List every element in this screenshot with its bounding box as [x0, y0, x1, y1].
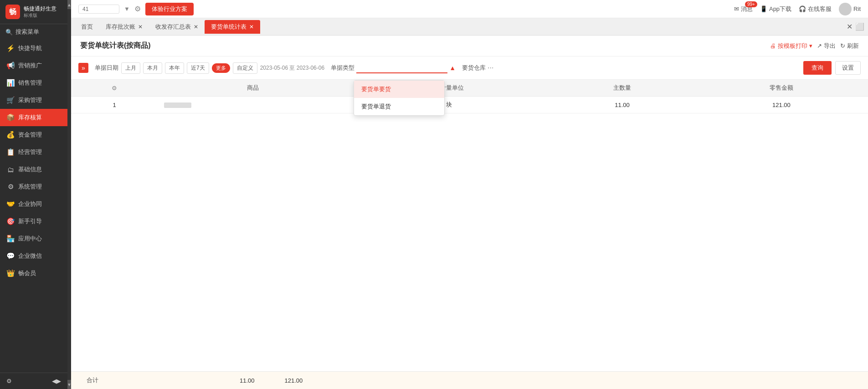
sidebar-item-guide[interactable]: 🎯 新手引导: [0, 213, 67, 230]
search-label: 搜索菜单: [15, 28, 39, 36]
inventory-icon: 📦: [6, 113, 15, 122]
industry-btn[interactable]: 体验行业方案: [145, 3, 194, 15]
sidebar-item-finance[interactable]: 💰 资金管理: [0, 126, 67, 143]
tab-bar: 首页 库存批次账 ✕ 收发存汇总表 ✕ 要货单统计表 ✕ ✕ ⬜: [71, 18, 868, 36]
filter-settings-btn[interactable]: 设置: [835, 61, 861, 75]
date-btn-this-month[interactable]: 本月: [143, 62, 162, 74]
sidebar-item-enterprise[interactable]: 🤝 企业协同: [0, 195, 67, 213]
footer-label: 合计: [77, 376, 98, 384]
sidebar-scrollbar: ▲ ▼: [67, 0, 71, 389]
sidebar-item-sales[interactable]: 📊 销售管理: [0, 74, 67, 92]
basic-icon: 🗂: [6, 165, 15, 174]
page-header: 要货单统计表(按商品) 🖨 按模板打印 ▾ ↗ 导出 ↻ 刷新: [71, 36, 868, 56]
date-range-display: 2023-05-06 至 2023-06-06: [260, 64, 324, 72]
col-product: 商品: [158, 80, 348, 97]
service-label: 在线客服: [808, 5, 832, 13]
type-filter-label: 单据类型: [331, 64, 354, 72]
user-avatar[interactable]: Rit: [839, 3, 861, 15]
date-btn-this-year[interactable]: 本年: [165, 62, 184, 74]
date-btn-7days[interactable]: 近7天: [187, 62, 209, 74]
sidebar-item-inventory[interactable]: 📦 库存核算: [0, 109, 67, 126]
tab-batch-account[interactable]: 库存批次账 ✕: [99, 20, 149, 34]
type-filter-input[interactable]: [356, 63, 447, 73]
expand-btn[interactable]: »: [78, 63, 88, 73]
sidebar-item-operation[interactable]: 📋 经营管理: [0, 143, 67, 161]
system-icon: ⚙: [6, 183, 15, 191]
scroll-down-btn[interactable]: ▼: [67, 380, 71, 389]
sidebar-item-label: 系统管理: [18, 183, 42, 191]
page-header-actions: 🖨 按模板打印 ▾ ↗ 导出 ↻ 刷新: [770, 42, 859, 56]
sidebar-item-basic[interactable]: 🗂 基础信息: [0, 161, 67, 178]
refresh-btn[interactable]: ↻ 刷新: [840, 42, 859, 50]
col-settings-icon: ⚙: [112, 85, 117, 92]
row-qty: 11.00: [550, 97, 694, 113]
finance-icon: 💰: [6, 131, 15, 139]
tab-maximize-btn[interactable]: ⬜: [855, 22, 864, 31]
guide-icon: 🎯: [6, 217, 15, 225]
sidebar-item-label: 畅会员: [18, 269, 36, 277]
settings-icon[interactable]: ⚙: [134, 5, 141, 13]
tab-order-close[interactable]: ✕: [249, 24, 254, 30]
sidebar-item-appstore[interactable]: 🏪 应用中心: [0, 230, 67, 247]
warehouse-more-btn[interactable]: ···: [488, 64, 493, 72]
export-btn[interactable]: ↗ 导出: [817, 42, 836, 50]
sidebar-item-label: 基础信息: [18, 165, 42, 174]
col-settings[interactable]: ⚙: [71, 80, 158, 97]
scroll-up-btn[interactable]: ▲: [67, 0, 71, 9]
sidebar-item-marketing[interactable]: 📢 营销推广: [0, 57, 67, 74]
type-filter-arrow[interactable]: ▲: [449, 64, 456, 72]
template-print-btn[interactable]: 🖨 按模板打印 ▾: [770, 42, 812, 50]
sidebar-collapse-btn[interactable]: ◀▶: [52, 378, 61, 384]
query-btn[interactable]: 查询: [803, 61, 832, 75]
sidebar-item-member[interactable]: 👑 畅会员: [0, 265, 67, 282]
row-product: [158, 97, 348, 113]
sidebar-item-system[interactable]: ⚙ 系统管理: [0, 178, 67, 195]
sidebar-search[interactable]: 🔍 搜索菜单: [0, 24, 67, 40]
logo-sub: 标准版: [24, 12, 56, 19]
sidebar-item-label: 应用中心: [18, 235, 42, 243]
filter-bar: » 单据日期 上月 本月 本年 近7天 更多 自定义 2023-05-06 至 …: [71, 56, 868, 80]
dropdown-item-order-goods[interactable]: 要货单要货: [354, 81, 444, 98]
logo-icon: 畅: [5, 5, 20, 19]
tab-order-label: 要货单统计表: [211, 23, 247, 31]
sidebar-bottom: ⚙ ◀▶: [0, 373, 67, 389]
tab-receivable[interactable]: 收发存汇总表 ✕: [149, 20, 205, 34]
tab-order-stats[interactable]: 要货单统计表 ✕: [205, 20, 260, 34]
tab-receivable-close[interactable]: ✕: [194, 24, 198, 30]
sidebar-item-wechat[interactable]: 💬 企业微信: [0, 247, 67, 265]
product-bar: [164, 102, 191, 108]
sidebar-item-label: 经营管理: [18, 148, 42, 156]
sidebar-item-purchase[interactable]: 🛒 采购管理: [0, 92, 67, 109]
tab-close-all-btn[interactable]: ✕: [847, 22, 853, 31]
type-dropdown: 要货单要货 要货单退货: [354, 80, 445, 116]
message-btn[interactable]: ✉ 消息 99+: [734, 5, 753, 13]
sidebar-item-label: 销售管理: [18, 79, 42, 87]
operation-icon: 📋: [6, 148, 15, 156]
table-container: ⚙ 商品 主计量单位 主数量 零售金额 1 块 11.00: [71, 80, 868, 371]
export-label: 导出: [824, 42, 836, 50]
wechat-icon: 💬: [6, 252, 15, 260]
date-custom-btn[interactable]: 自定义: [233, 62, 257, 74]
sidebar-item-quick-nav[interactable]: ⚡ 快捷导航: [0, 40, 67, 57]
warehouse-filter-label: 要货仓库: [462, 64, 486, 72]
breadcrumb-dropdown-icon[interactable]: ▼: [124, 5, 130, 12]
scroll-track: [67, 9, 71, 380]
tab-bar-actions: ✕ ⬜: [847, 22, 864, 31]
app-download-btn[interactable]: 📱 App下载: [760, 5, 791, 13]
date-btn-last-month[interactable]: 上月: [121, 62, 140, 74]
content-area: 要货单统计表(按商品) 🖨 按模板打印 ▾ ↗ 导出 ↻ 刷新 »: [71, 36, 868, 389]
breadcrumb-input[interactable]: [78, 5, 119, 14]
col-qty: 主数量: [550, 80, 694, 97]
message-badge: 99+: [745, 1, 757, 7]
row-num: 1: [71, 97, 158, 113]
print-dropdown-icon: ▾: [809, 42, 812, 49]
sidebar-item-label: 采购管理: [18, 96, 42, 104]
refresh-icon: ↻: [840, 42, 845, 49]
date-btn-more[interactable]: 更多: [212, 63, 230, 73]
tab-home[interactable]: 首页: [75, 20, 99, 34]
dropdown-item-order-return[interactable]: 要货单退货: [354, 98, 444, 115]
tab-batch-close[interactable]: ✕: [138, 24, 143, 30]
date-filter-group: 单据日期 上月 本月 本年 近7天 更多 自定义 2023-05-06 至 20…: [95, 62, 324, 74]
sidebar-settings-icon[interactable]: ⚙: [6, 378, 12, 384]
online-service-btn[interactable]: 🎧 在线客服: [799, 5, 832, 13]
